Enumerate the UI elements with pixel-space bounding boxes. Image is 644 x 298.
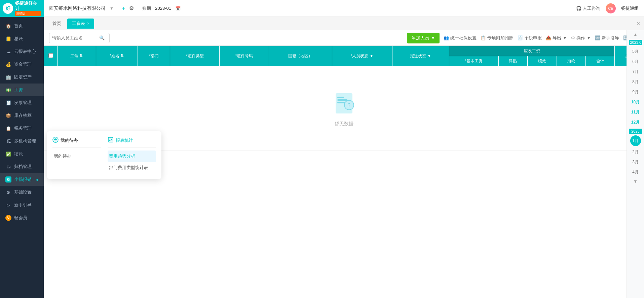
tax-report-icon: 🧾 xyxy=(518,35,523,40)
tab-panel-close-icon[interactable]: × xyxy=(637,21,640,27)
dropdown-item-dept-cost[interactable]: 部门费用类型统计表 xyxy=(108,162,156,173)
dropdown-col-pending: 我的待办 我的待办 xyxy=(52,137,101,173)
select-all-checkbox[interactable] xyxy=(48,53,53,58)
sidebar-item-guide[interactable]: ▷ 新手引导 xyxy=(0,199,44,211)
headset-icon: 🎧 xyxy=(576,6,581,11)
th-report-status[interactable]: 报送状态 ▼ xyxy=(392,46,449,66)
company-dropdown-icon[interactable]: ▼ xyxy=(110,6,114,11)
empty-icon: ? xyxy=(331,90,357,117)
topbar-add-icon[interactable]: + xyxy=(122,5,125,11)
social-icon: 👥 xyxy=(444,35,449,40)
sidebar-item-multi-org[interactable]: 🏗 多机构管理 xyxy=(0,135,44,147)
multi-org-icon: 🏗 xyxy=(5,138,11,144)
cal-month-1-active[interactable]: 1月 xyxy=(630,135,641,146)
cal-month-3[interactable]: 3月 xyxy=(629,157,642,167)
search-input[interactable] xyxy=(52,35,99,40)
tax-icon: 📋 xyxy=(5,125,11,131)
sidebar-item-inventory[interactable]: 📦 库存核算 xyxy=(0,109,44,122)
sidebar-item-archive[interactable]: 🗂 归档管理 xyxy=(0,160,44,173)
svg-rect-1 xyxy=(337,97,344,98)
sidebar-item-funds[interactable]: 💰 资金管理 xyxy=(0,58,44,71)
th-yingfa-group: 应发工资 xyxy=(449,46,615,56)
topbar-divider-1 xyxy=(118,5,118,12)
topbar-settings-icon[interactable]: ⚙ xyxy=(129,5,134,11)
logo-icon: 好 xyxy=(3,3,13,14)
report-col-icon xyxy=(108,137,114,144)
archive-icon: 🗂 xyxy=(5,164,11,170)
sidebar-item-xiaochang[interactable]: G 小畅报销 ◀ xyxy=(0,173,44,186)
search-icon[interactable]: 🔍 xyxy=(99,35,105,40)
add-btn-arrow-icon: ▼ xyxy=(431,36,435,40)
period-calendar-icon[interactable]: 📅 xyxy=(175,6,181,11)
xiaochang-icon: G xyxy=(5,176,11,183)
export-btn[interactable]: 📤 导出 ▼ xyxy=(546,35,567,41)
topbar-divider-2 xyxy=(138,5,138,12)
cal-month-4[interactable]: 4月 xyxy=(629,167,642,177)
sidebar-item-cloud-report[interactable]: ☁ 云报表中心 xyxy=(0,45,44,58)
dropdown-cols: 我的待办 我的待办 报表统计 费用趋势分析 部门费用类型统计表 xyxy=(52,137,156,173)
op-arrow-icon: ▼ xyxy=(586,35,591,40)
cal-month-2[interactable]: 2月 xyxy=(629,147,642,157)
funds-icon: 💰 xyxy=(5,61,11,67)
sidebar-item-ledger[interactable]: 📒 总账 xyxy=(0,32,44,45)
topbar-right: 🎧 人工咨询 CE 畅捷通组 xyxy=(576,3,639,13)
sidebar-item-home[interactable]: 🏠 首页 xyxy=(0,20,44,32)
th-checkbox xyxy=(44,46,58,66)
social-security-btn[interactable]: 👥 统一社保设置 xyxy=(444,35,477,41)
operation-icon: ⚙ xyxy=(571,35,575,40)
cal-month-10[interactable]: 10月 xyxy=(629,97,642,107)
user-avatar: CE xyxy=(606,3,616,13)
empty-text: 暂无数据 xyxy=(335,121,353,127)
salary-icon: 💵 xyxy=(5,87,11,93)
th-person-status[interactable]: *人员状态 ▼ xyxy=(332,46,392,66)
special-deduct-btn[interactable]: 📋 专项附加扣除 xyxy=(481,35,514,41)
th-job-no[interactable]: 工号 ⇅ xyxy=(58,46,96,66)
operation-btn[interactable]: ⚙ 操作 ▼ xyxy=(571,35,591,41)
service-btn[interactable]: 🎧 人工咨询 xyxy=(576,5,600,11)
sidebar-item-basic[interactable]: ⚙ 基础设置 xyxy=(0,186,44,199)
th-deduct: 扣款 xyxy=(557,56,585,66)
cal-month-8[interactable]: 8月 xyxy=(629,77,642,87)
company-name[interactable]: 西安虾米网络科技有限公司 xyxy=(49,5,106,11)
guide-btn[interactable]: 🆕 新手引导 xyxy=(595,35,619,41)
th-allowance: 津贴 xyxy=(498,56,527,66)
tab-salary-close-icon[interactable]: × xyxy=(87,21,89,26)
cal-month-7[interactable]: 7月 xyxy=(629,67,642,76)
cal-nav-up[interactable]: ▲ xyxy=(632,31,639,38)
sidebar-nav: 🏠 首页 📒 总账 ☁ 云报表中心 💰 资金管理 🏢 固定资产 💵 工资 🧾 发… xyxy=(0,17,44,298)
tab-home[interactable]: 首页 xyxy=(48,19,66,29)
calendar-panel: ▲ 2023.01 5月 6月 7月 8月 9月 10月 11月 12月 202… xyxy=(627,30,644,298)
period-value[interactable]: 2023-01 xyxy=(155,6,171,11)
cal-nav-down[interactable]: ▼ xyxy=(632,178,639,185)
sidebar-item-member[interactable]: V 畅会员 xyxy=(0,211,44,224)
sidebar-item-fixed-assets[interactable]: 🏢 固定资产 xyxy=(0,71,44,84)
dropdown-col-pending-title: 我的待办 xyxy=(52,137,101,148)
cloud-icon: ☁ xyxy=(5,48,11,55)
th-total: 合计 xyxy=(586,56,615,66)
guide-icon: ▷ xyxy=(5,202,11,208)
cal-month-12[interactable]: 12月 xyxy=(629,118,642,127)
sidebar-item-salary[interactable]: 💵 工资 xyxy=(0,84,44,96)
dropdown-item-my-pending[interactable]: 我的待办 xyxy=(52,151,101,162)
period-label: 账期 xyxy=(142,5,151,11)
svg-rect-8 xyxy=(108,137,113,142)
sidebar-item-tax[interactable]: 📋 税务管理 xyxy=(0,122,44,135)
user-name[interactable]: 畅捷通组 xyxy=(621,5,639,11)
export-icon: 📤 xyxy=(546,35,551,40)
logo-text: 畅捷通好会计 xyxy=(15,1,41,11)
add-person-button[interactable]: 添加人员 ▼ xyxy=(407,33,440,43)
cal-month-11[interactable]: 11月 xyxy=(629,107,642,117)
member-icon: V xyxy=(5,215,11,221)
cal-month-9[interactable]: 9月 xyxy=(629,87,642,97)
settle-icon: ✅ xyxy=(5,151,11,157)
cal-month-6[interactable]: 6月 xyxy=(629,57,642,66)
sidebar-item-invoice[interactable]: 🧾 发票管理 xyxy=(0,96,44,109)
tab-salary[interactable]: 工资表 × xyxy=(67,19,94,29)
dropdown-item-cost-trend[interactable]: 费用趋势分析 xyxy=(108,151,156,162)
topbar: 西安虾米网络科技有限公司 ▼ + ⚙ 账期 2023-01 📅 🎧 人工咨询 C… xyxy=(44,0,644,17)
tax-report-btn[interactable]: 🧾 个税申报 xyxy=(518,35,542,41)
th-cert-type: *证件类型 xyxy=(170,46,220,66)
cal-month-5[interactable]: 5月 xyxy=(629,47,642,56)
sidebar-item-settle[interactable]: ✅ 结账 xyxy=(0,147,44,160)
th-name[interactable]: *姓名 ⇅ xyxy=(96,46,138,66)
